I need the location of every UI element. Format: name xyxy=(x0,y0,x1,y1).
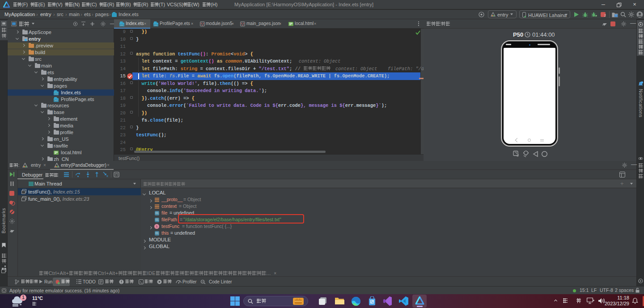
svg-text:x: x xyxy=(106,174,108,177)
